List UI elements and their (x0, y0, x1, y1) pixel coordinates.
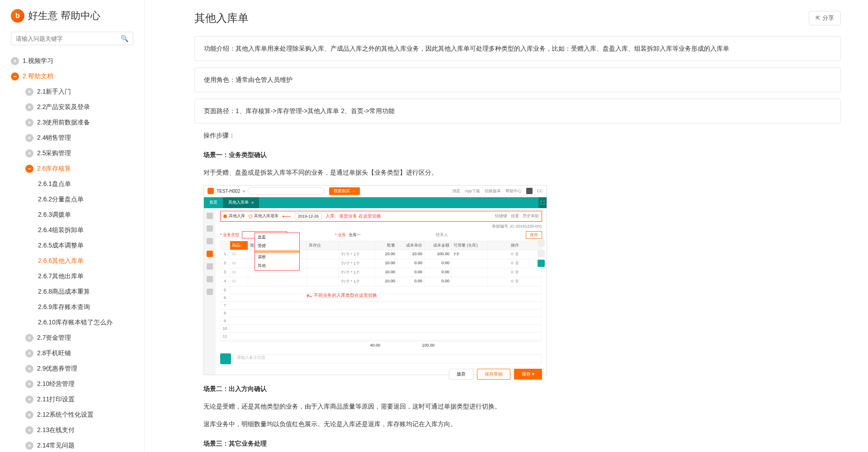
nav-item[interactable]: 2.6.10库存账本错了怎么办 (11, 315, 133, 330)
nav-item[interactable]: 2.6.5成本调整单 (11, 238, 133, 253)
nav-label: 2.12系统个性化设置 (37, 411, 94, 419)
ss-remark-row: 请输入备注信息 (220, 353, 542, 364)
ss-save-btn[interactable]: 保存 (526, 231, 542, 239)
nav-item[interactable]: 2.6.6其他入库单 (11, 253, 133, 269)
ss-th-op: 操作 (488, 241, 542, 250)
nav-item[interactable]: 2.6.2分量盘点单 (11, 192, 133, 207)
search-box[interactable]: 🔍 (11, 32, 133, 45)
ss-save-button[interactable]: 保存 ▾ (514, 369, 542, 380)
ss-right-rail (538, 240, 547, 267)
ss-table-row-empty[interactable]: 5 (220, 286, 542, 294)
ss-link-msg[interactable]: 消息 (452, 188, 460, 194)
nav-item[interactable]: +2.1新手入门 (11, 84, 133, 100)
ss-tab-home[interactable]: 首页 (204, 197, 223, 208)
ss-link-setting[interactable]: 设置 (511, 213, 519, 219)
nav-item[interactable]: 2.6.3调拨单 (11, 207, 133, 223)
nav-label: 2.13在线支付 (37, 426, 75, 434)
main-content: 其他入库单 ⇱ 分享 功能介绍：其他入库单用来处理除采购入库、产成品入库之外的其… (145, 0, 868, 452)
scene2-desc1: 无论是受赠，还是其他类型的业务，由于入库商品质量等原因，需要退回，这时可通过单据… (203, 401, 832, 412)
ss-rail-icon-1[interactable] (207, 213, 213, 219)
share-button[interactable]: ⇱ 分享 (809, 11, 841, 25)
ss-account: TEST-H002 (217, 189, 240, 194)
ss-rail-icon-4[interactable] (207, 251, 213, 257)
nav-item[interactable]: +1.视频学习 (11, 53, 133, 69)
ss-rr-icon-3[interactable] (538, 260, 545, 267)
nav-item[interactable]: 2.6.4组装拆卸单 (11, 223, 133, 238)
plus-icon: + (25, 103, 33, 111)
nav-item[interactable]: −2.帮助文档 (11, 69, 133, 84)
ss-table-row-empty[interactable]: 7 (220, 302, 542, 309)
ss-remark-input[interactable]: 请输入备注信息 (234, 354, 542, 363)
ss-rail-icon-2[interactable] (207, 225, 213, 232)
nav-item[interactable]: 2.6.8商品成本重算 (11, 284, 133, 300)
nav-label: 2.9优惠券管理 (37, 365, 77, 373)
ss-rail-icon-7[interactable] (207, 289, 213, 295)
ss-tab-current[interactable]: 其他入库单× (223, 197, 259, 208)
nav-item[interactable]: +2.3使用前数据准备 (11, 115, 133, 130)
ss-radio-return[interactable]: 其他入库退库 (249, 213, 278, 219)
ss-date-input[interactable]: 2019-12-26 (295, 213, 322, 219)
nav-item[interactable]: +2.9优惠券管理 (11, 361, 133, 376)
ss-link-history[interactable]: 历史单据 (523, 213, 539, 219)
ss-rail-icon-6[interactable] (207, 276, 213, 282)
plus-icon: + (25, 134, 33, 142)
nav-item[interactable]: 2.6.1盘点单 (11, 176, 133, 192)
ss-left-rail (204, 208, 216, 375)
ss-wh-value[interactable]: 仓库一 (349, 232, 361, 238)
brand-row: b 好生意 帮助中心 (11, 9, 133, 23)
nav-item[interactable]: −2.6库存核算 (11, 161, 133, 176)
path-box: 页面路径：1、库存核算->库存管理->其他入库单 2、首页->常用功能 (194, 99, 841, 124)
ss-search-input[interactable] (248, 187, 325, 195)
nav-item[interactable]: +2.11打印设置 (11, 392, 133, 407)
ss-doc-no: 单据编号 JC-20191226-001 (220, 224, 542, 229)
ss-annotation-bottom: ↖ 不同业务的入库类型在这里切换 (306, 291, 377, 300)
nav-item[interactable]: +2.4销售管理 (11, 130, 133, 146)
ss-cancel-button[interactable]: 放弃 (449, 369, 473, 380)
nav-label: 2.7资金管理 (37, 334, 71, 342)
ss-table-row-empty[interactable]: 10 (220, 325, 542, 333)
nav-item[interactable]: +2.10经营管理 (11, 376, 133, 392)
ss-opt-1[interactable]: 盘盈 (255, 233, 299, 242)
ss-table-row-empty[interactable]: 9 (220, 317, 542, 325)
nav-item[interactable]: +2.7资金管理 (11, 330, 133, 346)
ss-table-row-empty[interactable]: 8 (220, 309, 542, 317)
logo-icon: b (11, 9, 24, 23)
ss-tab-close-icon[interactable]: × (251, 200, 254, 205)
ss-topbar: TEST-H002 ▾ 我要购买 → 消息 App下载 切换版本 帮助中心 CC (204, 186, 547, 197)
nav-item[interactable]: +2.2产品安装及登录 (11, 100, 133, 115)
nav-item[interactable]: +2.13在线支付 (11, 423, 133, 438)
nav-label: 2.1新手入门 (37, 88, 71, 96)
search-icon[interactable]: 🔍 (121, 35, 128, 42)
ss-opt-4[interactable]: 调整 (255, 253, 299, 262)
ss-link-app[interactable]: App下载 (465, 188, 480, 194)
ss-link-help[interactable]: 帮助中心 (505, 188, 522, 194)
ss-link-shortcut[interactable]: 快捷键 (495, 213, 507, 219)
ss-buy-button[interactable]: 我要购买 → (329, 187, 360, 195)
ss-avatar-icon[interactable] (526, 188, 533, 194)
ss-table-row[interactable]: 4 xx 个/个 * 1个 10.00 0.00 0.00 ⊕ 🗑 (220, 277, 542, 286)
ss-rr-icon-1[interactable] (538, 240, 545, 247)
ss-rail-icon-3[interactable] (207, 238, 213, 244)
ss-opt-5[interactable]: 其他 (255, 262, 299, 270)
ss-wh-label: * 仓库 (335, 232, 346, 238)
ss-dropdown-list: 盘盈 受赠 调整 其他 (255, 233, 300, 271)
ss-radio-in[interactable]: 其他入库 (223, 213, 245, 219)
nav-item[interactable]: 2.6.9库存账本查询 (11, 300, 133, 315)
nav-item[interactable]: +2.14常见问题 (11, 438, 133, 452)
ss-tabs-expand-icon[interactable]: ⛶ (538, 197, 547, 208)
ss-table-row-empty[interactable]: 6 (220, 294, 542, 302)
ss-link-switch[interactable]: 切换版本 (485, 188, 501, 194)
ss-rail-icon-5[interactable] (207, 263, 213, 270)
ss-draft-button[interactable]: 保存草稿 (477, 369, 510, 380)
nav-item[interactable]: +2.5采购管理 (11, 146, 133, 161)
ss-rr-icon-2[interactable] (538, 250, 545, 257)
ss-opt-2[interactable]: 受赠 (255, 242, 299, 250)
nav-item[interactable]: +2.12系统个性化设置 (11, 407, 133, 423)
nav-label: 2.11打印设置 (37, 395, 75, 404)
nav-item[interactable]: 2.6.7其他出库单 (11, 269, 133, 284)
ss-table-row-empty[interactable]: 11 (220, 333, 542, 340)
ss-total-qty: 40.00 (358, 343, 380, 347)
nav-item[interactable]: +2.8手机旺铺 (11, 346, 133, 361)
search-input[interactable] (16, 35, 121, 42)
plus-icon: + (25, 411, 33, 419)
